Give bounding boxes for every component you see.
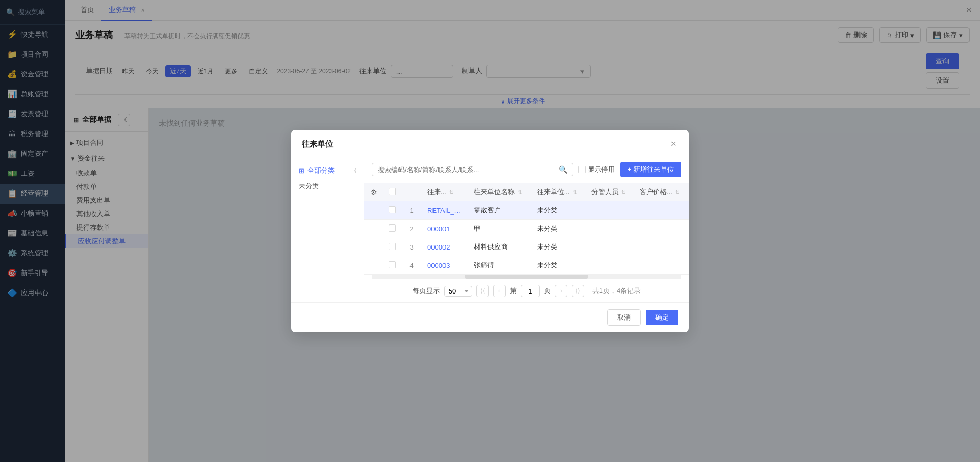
- th-code: 往来... ⇅: [422, 183, 469, 201]
- th-category: 往来单位... ⇅: [532, 183, 586, 201]
- row-checkbox[interactable]: [389, 206, 396, 213]
- row-num: 4: [401, 256, 422, 275]
- horizontal-scrollbar[interactable]: [372, 275, 681, 279]
- row-category: 未分类: [532, 256, 586, 275]
- th-settings: ⚙: [364, 183, 383, 201]
- sort-icon-price: ⇅: [675, 189, 679, 195]
- row-category: 未分类: [532, 201, 586, 220]
- row-category: 未分类: [532, 238, 586, 256]
- row-code: 000003: [422, 256, 469, 275]
- dialog-body: ⊞ 全部分类 《 未分类 🔍 显示停用: [291, 156, 689, 302]
- category-panel: ⊞ 全部分类 《 未分类: [291, 156, 364, 302]
- row-num: 2: [401, 220, 422, 238]
- row-check-cell[interactable]: [383, 201, 401, 220]
- content-panel: 🔍 显示停用 + 新增往来单位 ⚙: [364, 156, 689, 302]
- partner-dialog: 往来单位 × ⊞ 全部分类 《 未分类: [291, 130, 689, 332]
- row-num: 3: [401, 238, 422, 256]
- select-all-checkbox[interactable]: [389, 188, 396, 195]
- table-header-row: ⚙ 往来... ⇅: [364, 183, 689, 201]
- search-box[interactable]: 🔍: [372, 163, 573, 176]
- table-row[interactable]: 1 RETAIL_... 零散客户 未分类: [364, 201, 689, 220]
- add-partner-button[interactable]: + 新增往来单位: [620, 162, 681, 177]
- search-icon: 🔍: [559, 165, 567, 174]
- row-salesperson: [586, 220, 634, 238]
- row-salesperson: [586, 238, 634, 256]
- sort-icon-name: ⇅: [518, 189, 522, 195]
- row-name: 零散客户: [469, 201, 531, 220]
- th-price-level: 客户价格... ⇅: [634, 183, 689, 201]
- row-checkbox[interactable]: [389, 261, 396, 268]
- category-collapse-icon[interactable]: 《: [351, 167, 357, 175]
- settings-icon[interactable]: ⚙: [371, 188, 377, 196]
- row-settings-cell: [364, 238, 383, 256]
- dialog-header: 往来单位 ×: [291, 130, 689, 156]
- cancel-button[interactable]: 取消: [607, 309, 641, 326]
- row-salesperson: [586, 256, 634, 275]
- table-row[interactable]: 3 000002 材料供应商 未分类: [364, 238, 689, 256]
- row-price-level: [634, 201, 689, 220]
- row-check-cell[interactable]: [383, 220, 401, 238]
- row-settings-cell: [364, 256, 383, 275]
- sort-icon-code: ⇅: [449, 189, 453, 195]
- page-label: 页: [544, 286, 551, 296]
- row-checkbox[interactable]: [389, 224, 396, 232]
- first-page-btn[interactable]: ⟨⟨: [476, 285, 489, 297]
- dialog-overlay: 往来单位 × ⊞ 全部分类 《 未分类: [0, 0, 980, 462]
- page-number-input[interactable]: [521, 285, 540, 297]
- row-name: 材料供应商: [469, 238, 531, 256]
- row-salesperson: [586, 201, 634, 220]
- category-item-unclassified[interactable]: 未分类: [291, 178, 364, 194]
- row-num: 1: [401, 201, 422, 220]
- partner-search-input[interactable]: [378, 166, 555, 174]
- row-checkbox[interactable]: [389, 243, 396, 250]
- partner-table: ⚙ 往来... ⇅: [364, 183, 689, 275]
- sort-icon-category: ⇅: [573, 189, 577, 195]
- row-check-cell[interactable]: [383, 256, 401, 275]
- sort-icon-salesperson: ⇅: [621, 189, 625, 195]
- grid-small-icon: ⊞: [299, 167, 304, 175]
- last-page-btn[interactable]: ⟩⟩: [572, 285, 584, 297]
- row-price-level: [634, 220, 689, 238]
- total-text: 共1页，4条记录: [592, 286, 641, 296]
- row-price-level: [634, 256, 689, 275]
- show-disabled-label[interactable]: 显示停用: [578, 165, 615, 174]
- row-code: 000002: [422, 238, 469, 256]
- page-size-label: 每页显示: [413, 286, 440, 296]
- dialog-footer: 取消 确定: [291, 302, 689, 332]
- th-num: [401, 183, 422, 201]
- row-price-level: [634, 238, 689, 256]
- prev-page-btn[interactable]: ‹: [493, 285, 506, 297]
- next-page-btn[interactable]: ›: [555, 285, 567, 297]
- page-word: 第: [510, 286, 517, 296]
- pagination: 每页显示 50 10 20 100 ⟨⟨ ‹ 第 页 › ⟩⟩ 共1页，4条记录: [364, 279, 689, 302]
- dialog-title: 往来单位: [302, 139, 333, 149]
- row-settings-cell: [364, 201, 383, 220]
- dialog-close-button[interactable]: ×: [668, 138, 678, 150]
- th-checkbox: [383, 183, 401, 201]
- page-size-select[interactable]: 50 10 20 100: [444, 286, 472, 297]
- table-row[interactable]: 4 000003 张筛得 未分类: [364, 256, 689, 275]
- th-salesperson: 分管人员 ⇅: [586, 183, 634, 201]
- row-settings-cell: [364, 220, 383, 238]
- scrollbar-thumb[interactable]: [465, 275, 589, 279]
- show-disabled-checkbox[interactable]: [578, 166, 586, 173]
- table-row[interactable]: 2 000001 甲 未分类: [364, 220, 689, 238]
- category-header[interactable]: ⊞ 全部分类 《: [291, 163, 364, 178]
- row-name: 甲: [469, 220, 531, 238]
- row-code: RETAIL_...: [422, 201, 469, 220]
- confirm-button[interactable]: 确定: [646, 310, 678, 325]
- content-toolbar: 🔍 显示停用 + 新增往来单位: [364, 156, 689, 183]
- data-table: ⚙ 往来... ⇅: [364, 183, 689, 275]
- th-name: 往来单位名称 ⇅: [469, 183, 531, 201]
- row-code: 000001: [422, 220, 469, 238]
- row-category: 未分类: [532, 220, 586, 238]
- row-name: 张筛得: [469, 256, 531, 275]
- row-check-cell[interactable]: [383, 238, 401, 256]
